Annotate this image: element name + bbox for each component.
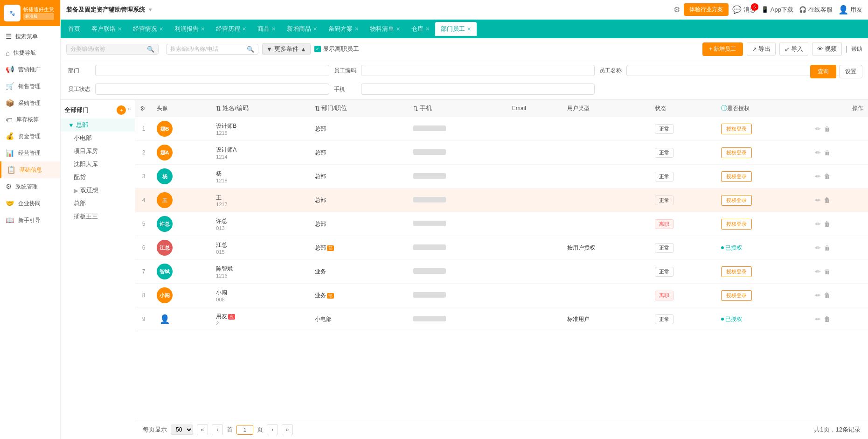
dept-item-distribution[interactable]: 配货 xyxy=(61,171,135,184)
employee-code-input[interactable] xyxy=(361,65,595,76)
delete-icon[interactable]: 🗑 xyxy=(824,292,830,299)
dept-item-shuangliao[interactable]: ▶ 双辽想 xyxy=(61,184,135,197)
authorize-button[interactable]: 授权登录 xyxy=(721,124,752,134)
sidebar-item-finance[interactable]: 💰 资金管理 xyxy=(0,128,60,145)
tab-profit[interactable]: 利润报告 ✕ xyxy=(169,22,210,36)
page-number-input[interactable] xyxy=(236,425,253,435)
import-button[interactable]: ↙ 导入 xyxy=(779,42,808,56)
edit-icon[interactable]: ✏ xyxy=(815,149,821,156)
phone-search-input[interactable] xyxy=(170,46,245,52)
th-name-code[interactable]: ⇅ 姓名/编码 xyxy=(211,100,310,117)
next-page-button[interactable]: › xyxy=(267,424,278,435)
delete-icon[interactable]: 🗑 xyxy=(824,220,830,228)
edit-icon[interactable]: ✏ xyxy=(815,292,821,299)
settings-wrap[interactable]: ⚙ xyxy=(674,5,680,14)
tab-material[interactable]: 物料清单 ✕ xyxy=(364,22,406,36)
sidebar-item-search[interactable]: ☰ 搜索菜单 xyxy=(0,28,60,45)
tab-operation-process[interactable]: 经营历程 ✕ xyxy=(210,22,252,36)
message-action[interactable]: 💬 5 消息 xyxy=(732,5,756,14)
dept-item-zongbu[interactable]: ▼ 总部 xyxy=(61,118,135,132)
authorize-button[interactable]: 授权登录 xyxy=(721,171,752,182)
show-resigned-check[interactable]: ✓ 显示离职员工 xyxy=(314,45,359,53)
phone-input[interactable] xyxy=(361,84,595,95)
sidebar-item-basic[interactable]: 📋 基础信息 xyxy=(0,161,60,178)
tab-home[interactable]: 首页 xyxy=(62,22,86,36)
close-icon[interactable]: ✕ xyxy=(396,26,400,32)
delete-icon[interactable]: 🗑 xyxy=(824,196,830,204)
delete-icon[interactable]: 🗑 xyxy=(824,315,830,323)
edit-icon[interactable]: ✏ xyxy=(815,244,821,251)
close-icon[interactable]: ✕ xyxy=(313,26,317,32)
close-icon[interactable]: ✕ xyxy=(271,26,276,32)
edit-icon[interactable]: ✏ xyxy=(815,315,821,323)
export-button[interactable]: ↗ 导出 xyxy=(747,42,776,56)
close-icon[interactable]: ✕ xyxy=(467,26,471,32)
close-icon[interactable]: ✕ xyxy=(425,26,430,32)
authorize-button[interactable]: 授权登录 xyxy=(721,147,752,158)
edit-icon[interactable]: ✏ xyxy=(815,196,821,204)
view-button[interactable]: 👁 视频 xyxy=(812,42,842,56)
dept-item-project[interactable]: 项目库房 xyxy=(61,145,135,158)
sidebar-item-guide[interactable]: 📖 新手引导 xyxy=(0,212,60,229)
row-dept: 业务部 xyxy=(310,284,409,307)
close-icon[interactable]: ✕ xyxy=(201,26,205,32)
sidebar-item-sales[interactable]: 🛒 销售管理 xyxy=(0,78,60,95)
edit-icon[interactable]: ✏ xyxy=(815,125,821,132)
edit-icon[interactable]: ✏ xyxy=(815,173,821,180)
sidebar-item-purchase[interactable]: 📦 采购管理 xyxy=(0,95,60,111)
authorize-button[interactable]: 授权登录 xyxy=(721,195,752,206)
th-settings[interactable]: ⚙ xyxy=(135,100,152,117)
collapse-icon[interactable]: « xyxy=(128,105,131,115)
dept-select[interactable] xyxy=(95,65,329,76)
tab-warehouse[interactable]: 仓库 ✕ xyxy=(406,22,435,36)
close-icon[interactable]: ✕ xyxy=(354,26,359,32)
delete-icon[interactable]: 🗑 xyxy=(824,244,830,251)
edit-icon[interactable]: ✏ xyxy=(815,220,821,228)
edit-icon[interactable]: ✏ xyxy=(815,268,821,275)
dept-item-placeholder[interactable]: 插板王三 xyxy=(61,210,135,223)
dept-item-xiaodian[interactable]: 小电部 xyxy=(61,132,135,145)
last-page-button[interactable]: » xyxy=(282,424,293,435)
tab-operation-status[interactable]: 经营情况 ✕ xyxy=(127,22,169,36)
status-select[interactable] xyxy=(95,84,329,95)
close-icon[interactable]: ✕ xyxy=(242,26,246,32)
delete-icon[interactable]: 🗑 xyxy=(824,268,830,275)
online-service-action[interactable]: 🎧 在线客服 xyxy=(799,6,833,14)
trial-button[interactable]: 体验行业方案 xyxy=(684,3,729,16)
tab-barcode[interactable]: 条码方案 ✕ xyxy=(323,22,364,36)
top-search-input[interactable] xyxy=(70,46,145,52)
user-action[interactable]: 👤 用友 xyxy=(838,5,862,15)
delete-icon[interactable]: 🗑 xyxy=(824,149,830,156)
th-phone[interactable]: ⇅ 手机 xyxy=(409,100,507,117)
app-download-action[interactable]: 📱 App下载 xyxy=(761,6,793,14)
sidebar-item-marketing[interactable]: 📢 营销推广 xyxy=(0,61,60,78)
close-icon[interactable]: ✕ xyxy=(118,26,122,32)
sidebar-item-operation[interactable]: 📊 经营管理 xyxy=(0,145,60,161)
help-link[interactable]: 帮助 xyxy=(851,45,862,53)
per-page-select[interactable]: 50 xyxy=(171,425,193,435)
sidebar-item-quicknav[interactable]: ⌂ 快捷导航 xyxy=(0,45,60,61)
tab-goods[interactable]: 商品 ✕ xyxy=(252,22,281,36)
add-dept-button[interactable]: + xyxy=(117,105,126,115)
more-filters-button[interactable]: ▼ 更多条件 ▲ xyxy=(262,43,311,55)
dept-item-zongbu2[interactable]: 总部 xyxy=(61,197,135,210)
sidebar-item-collab[interactable]: 🤝 企业协同 xyxy=(0,195,60,212)
prev-page-button[interactable]: ‹ xyxy=(212,424,223,435)
delete-icon[interactable]: 🗑 xyxy=(824,173,830,180)
authorize-button[interactable]: 授权登录 xyxy=(721,290,752,301)
sidebar-item-system[interactable]: ⚙ 系统管理 xyxy=(0,178,60,195)
tab-dept-employee[interactable]: 部门员工 ✕ xyxy=(435,22,477,36)
add-employee-button[interactable]: + 新增员工 xyxy=(702,42,743,56)
tab-add-goods[interactable]: 新增商品 ✕ xyxy=(281,22,323,36)
first-page-button[interactable]: « xyxy=(197,424,208,435)
close-icon[interactable]: ✕ xyxy=(159,26,163,32)
authorize-button[interactable]: 授权登录 xyxy=(721,266,752,277)
delete-icon[interactable]: 🗑 xyxy=(824,125,830,132)
th-dept-position[interactable]: ⇅ 部门/职位 xyxy=(310,100,409,117)
query-button[interactable]: 查询 xyxy=(810,65,836,78)
reset-button[interactable]: 设置 xyxy=(839,65,862,78)
authorize-button[interactable]: 授权登录 xyxy=(721,219,752,230)
sidebar-item-inventory[interactable]: 🏷 库存核算 xyxy=(0,111,60,128)
tab-customer[interactable]: 客户联络 ✕ xyxy=(86,22,127,36)
dept-item-shenyang[interactable]: 沈阳大库 xyxy=(61,158,135,171)
